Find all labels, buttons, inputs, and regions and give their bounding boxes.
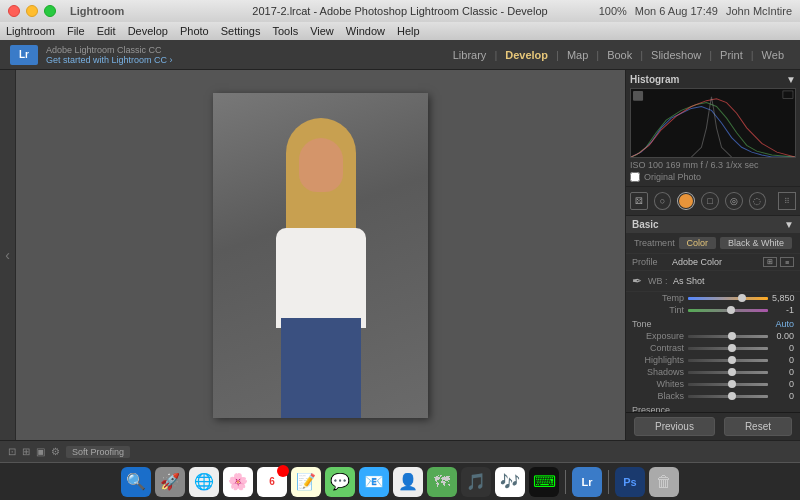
soft-proofing-button[interactable]: Soft Proofing xyxy=(66,446,130,458)
treatment-row: Treatment Color Black & White xyxy=(626,233,800,254)
settings-icon[interactable]: ⚙ xyxy=(51,446,60,457)
dock-terminal[interactable]: ⌨ xyxy=(529,467,559,497)
view-icon[interactable]: ⊡ xyxy=(8,446,16,457)
menu-view[interactable]: View xyxy=(310,25,334,37)
dock-trash[interactable]: 🗑 xyxy=(649,467,679,497)
dock-photoshop[interactable]: Ps xyxy=(615,467,645,497)
contrast-slider[interactable] xyxy=(688,347,768,350)
right-panel: Histogram ▼ xyxy=(625,70,800,440)
shadows-label: Shadows xyxy=(632,367,684,377)
contrast-thumb[interactable] xyxy=(728,344,736,352)
dock-mail[interactable]: 📧 xyxy=(359,467,389,497)
svg-rect-1 xyxy=(633,91,643,101)
spot-removal-tool[interactable]: ○ xyxy=(654,192,672,210)
dock-finder[interactable]: 🔍 xyxy=(121,467,151,497)
profile-list-icon[interactable]: ≡ xyxy=(780,257,794,267)
bw-button[interactable]: Black & White xyxy=(720,237,792,249)
red-eye-tool[interactable] xyxy=(677,192,695,210)
dock-launchpad[interactable]: 🚀 xyxy=(155,467,185,497)
menu-tools[interactable]: Tools xyxy=(272,25,298,37)
menu-develop[interactable]: Develop xyxy=(128,25,168,37)
exposure-slider[interactable] xyxy=(688,335,768,338)
whites-thumb[interactable] xyxy=(728,380,736,388)
module-print[interactable]: Print xyxy=(714,47,749,63)
dock-contacts[interactable]: 👤 xyxy=(393,467,423,497)
color-button[interactable]: Color xyxy=(679,237,717,249)
shadows-thumb[interactable] xyxy=(728,368,736,376)
lr-subtitle2[interactable]: Get started with Lightroom CC › xyxy=(46,55,173,65)
temp-slider[interactable] xyxy=(688,297,768,300)
exposure-value: 0.00 xyxy=(772,331,794,341)
tint-slider-row: Tint -1 xyxy=(626,304,800,316)
radial-filter-tool[interactable]: ◎ xyxy=(725,192,743,210)
profile-label: Profile xyxy=(632,257,672,267)
histogram-meta: ISO 100 169 mm f / 6.3 1/xx sec xyxy=(630,160,759,170)
module-develop[interactable]: Develop xyxy=(499,47,554,63)
face xyxy=(299,138,343,192)
menu-file[interactable]: File xyxy=(67,25,85,37)
close-button[interactable] xyxy=(8,5,20,17)
module-slideshow[interactable]: Slideshow xyxy=(645,47,707,63)
menu-help[interactable]: Help xyxy=(397,25,420,37)
dock-notes[interactable]: 📝 xyxy=(291,467,321,497)
exposure-thumb[interactable] xyxy=(728,332,736,340)
menu-photo[interactable]: Photo xyxy=(180,25,209,37)
basic-panel-expand[interactable]: ▼ xyxy=(784,219,794,230)
grid-icon[interactable]: ⊞ xyxy=(22,446,30,457)
menu-settings[interactable]: Settings xyxy=(221,25,261,37)
highlights-slider[interactable] xyxy=(688,359,768,362)
dock-photos[interactable]: 🌸 xyxy=(223,467,253,497)
menu-edit[interactable]: Edit xyxy=(97,25,116,37)
histogram-title: Histogram xyxy=(630,74,679,85)
dock-calendar[interactable]: 6 xyxy=(257,467,287,497)
basic-panel-title: Basic xyxy=(632,219,659,230)
tint-thumb[interactable] xyxy=(727,306,735,314)
dock-chrome[interactable]: 🌐 xyxy=(189,467,219,497)
tint-label: Tint xyxy=(632,305,684,315)
module-map[interactable]: Map xyxy=(561,47,594,63)
left-panel-toggle[interactable]: ‹ xyxy=(0,70,16,440)
module-web[interactable]: Web xyxy=(756,47,790,63)
dock-itunes[interactable]: 🎶 xyxy=(495,467,525,497)
dock-music[interactable]: 🎵 xyxy=(461,467,491,497)
shadows-value: 0 xyxy=(772,367,794,377)
blacks-thumb[interactable] xyxy=(728,392,736,400)
module-nav: Library | Develop | Map | Book | Slidesh… xyxy=(447,47,790,63)
auto-button[interactable]: Auto xyxy=(775,319,794,329)
title-bar: Lightroom 2017-2.lrcat - Adobe Photoshop… xyxy=(0,0,800,22)
dock-lightroom[interactable]: Lr xyxy=(572,467,602,497)
blacks-slider[interactable] xyxy=(688,395,768,398)
tone-section: Tone Auto xyxy=(626,316,800,330)
crop-tool[interactable]: ⚄ xyxy=(630,192,648,210)
menu-window[interactable]: Window xyxy=(346,25,385,37)
basic-panel-header[interactable]: Basic ▼ xyxy=(626,216,800,233)
minimize-button[interactable] xyxy=(26,5,38,17)
module-library[interactable]: Library xyxy=(447,47,493,63)
filmstrip-icon[interactable]: ▣ xyxy=(36,446,45,457)
profile-grid-icon[interactable]: ⊞ xyxy=(763,257,777,267)
adjustment-brush-tool[interactable]: ◌ xyxy=(749,192,767,210)
previous-button[interactable]: Previous xyxy=(634,417,715,436)
tool-icons-row: ⚄ ○ □ ◎ ◌ ⠿ xyxy=(626,187,800,216)
original-photo-checkbox[interactable] xyxy=(630,172,640,182)
histogram-expand-icon[interactable]: ▼ xyxy=(786,74,796,85)
dock-messages[interactable]: 💬 xyxy=(325,467,355,497)
shadows-slider[interactable] xyxy=(688,371,768,374)
whites-slider[interactable] xyxy=(688,383,768,386)
temp-thumb[interactable] xyxy=(738,294,746,302)
wb-eyedropper-icon[interactable]: ✒ xyxy=(632,274,642,288)
histogram-canvas xyxy=(630,88,796,158)
blacks-slider-row: Blacks 0 xyxy=(626,390,800,402)
panel-options-icon[interactable]: ⠿ xyxy=(778,192,796,210)
menu-lightroom[interactable]: Lightroom xyxy=(6,25,55,37)
maximize-button[interactable] xyxy=(44,5,56,17)
dock-maps[interactable]: 🗺 xyxy=(427,467,457,497)
contrast-value: 0 xyxy=(772,343,794,353)
tone-label: Tone xyxy=(632,319,652,329)
basic-panel: Basic ▼ Treatment Color Black & White Pr… xyxy=(626,216,800,412)
highlights-thumb[interactable] xyxy=(728,356,736,364)
module-book[interactable]: Book xyxy=(601,47,638,63)
tint-slider[interactable] xyxy=(688,309,768,312)
reset-button[interactable]: Reset xyxy=(724,417,792,436)
graduated-filter-tool[interactable]: □ xyxy=(701,192,719,210)
